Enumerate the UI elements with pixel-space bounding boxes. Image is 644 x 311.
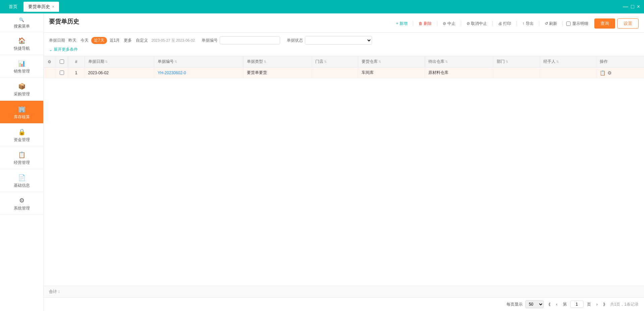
page-number-input[interactable] <box>570 301 584 308</box>
col-doc-no[interactable]: 单据编号⇅ <box>154 56 243 68</box>
row-department <box>493 68 540 78</box>
sidebar-item-label-purchase: 采购管理 <box>14 91 30 97</box>
date-option-more[interactable]: 更多 <box>122 37 133 44</box>
per-page-select[interactable]: 10 20 50 100 <box>525 300 544 308</box>
search-menu-icon: 🔍 <box>19 17 24 22</box>
row-doc-no: YH-20230602-0 <box>154 68 243 78</box>
col-actions: 操作 <box>596 56 644 68</box>
print-button[interactable]: 🖨 打印 <box>496 19 513 28</box>
sidebar-item-basic-info[interactable]: 📄 基础信息 <box>0 169 43 192</box>
cancel-stop-button[interactable]: ⊘ 取消中止 <box>465 19 489 28</box>
row-checkbox[interactable] <box>60 71 64 75</box>
sidebar-item-inventory[interactable]: 🏢 库存核算 <box>0 101 43 124</box>
sidebar-item-sales[interactable]: 📊 销售管理 <box>0 55 43 78</box>
sidebar-item-quick-nav[interactable]: 🏠 快捷导航 <box>0 32 43 55</box>
row-delete-icon[interactable]: ⚙ <box>607 70 612 76</box>
table-header-row: ⚙ # 单据日期⇅ 单据编号⇅ 单据类型⇅ 门店⇅ 要货仓库⇅ 待出仓库⇅ <box>44 56 644 68</box>
select-all-checkbox[interactable] <box>60 59 64 64</box>
tab-active-label: 要货单历史 <box>28 4 50 10</box>
tab-active[interactable]: 要货单历史 × <box>23 2 59 12</box>
date-option-custom[interactable]: 自定义 <box>135 37 149 44</box>
col-pending-warehouse[interactable]: 待出仓库⇅ <box>425 56 493 68</box>
last-page-btn[interactable]: ⟫ <box>601 301 607 307</box>
doc-no-link[interactable]: YH-20230602-0 <box>158 71 186 75</box>
data-table: ⚙ # 单据日期⇅ 单据编号⇅ 单据类型⇅ 门店⇅ 要货仓库⇅ 待出仓库⇅ <box>44 56 644 78</box>
delete-button[interactable]: 🗑 删除 <box>417 19 434 28</box>
prev-page-btn[interactable]: ‹ <box>554 301 559 307</box>
col-settings[interactable]: ⚙ <box>44 56 56 68</box>
divider-6 <box>539 21 539 26</box>
table-container: ⚙ # 单据日期⇅ 单据编号⇅ 单据类型⇅ 门店⇅ 要货仓库⇅ 待出仓库⇅ <box>44 56 644 286</box>
sidebar-item-label-finance: 资金管理 <box>14 137 30 143</box>
row-edit-icon[interactable]: 📋 <box>600 70 605 76</box>
query-button[interactable]: 查询 <box>594 18 615 29</box>
close-window-icon[interactable]: × <box>637 4 640 10</box>
status-label: 单据状态 <box>287 38 303 43</box>
date-option-yesterday[interactable]: 昨天 <box>67 37 78 44</box>
next-page-btn[interactable]: › <box>594 301 600 307</box>
row-req-warehouse: 车间库 <box>358 68 425 78</box>
page-label: 第 <box>561 301 569 308</box>
expand-more-btn[interactable]: ⌄ 展开更多条件 <box>49 47 639 52</box>
doc-no-input[interactable] <box>220 36 280 44</box>
expand-more-label: 展开更多条件 <box>54 47 78 52</box>
col-handler[interactable]: 经手人⇅ <box>540 56 596 68</box>
sidebar-item-search-menu[interactable]: 🔍 搜索菜单 <box>0 13 43 32</box>
date-option-today[interactable]: 今天 <box>79 37 90 44</box>
col-store[interactable]: 门店⇅ <box>312 56 358 68</box>
col-doc-type[interactable]: 单据类型⇅ <box>244 56 312 68</box>
tab-close-icon[interactable]: × <box>52 4 54 9</box>
date-filter-group: 单据日期 昨天 今天 近7天 近1月 更多 自定义 2023-05-27 至 2… <box>49 37 195 44</box>
top-bar: 首页 要货单历史 × — □ × <box>0 0 644 13</box>
date-option-7days[interactable]: 近7天 <box>91 37 107 44</box>
system-icon: ⚙ <box>19 197 24 204</box>
row-checkbox-cell <box>56 68 68 78</box>
quick-nav-icon: 🏠 <box>18 37 25 44</box>
divider-5 <box>517 21 517 26</box>
row-date: 2023-06-02 <box>85 68 154 78</box>
settings-button[interactable]: 设置 <box>617 18 639 29</box>
col-department[interactable]: 部门⇅ <box>493 56 540 68</box>
divider-2 <box>437 21 437 26</box>
date-options: 昨天 今天 近7天 近1月 更多 自定义 <box>67 37 149 44</box>
summary-label: 合计： <box>49 289 61 295</box>
col-date[interactable]: 单据日期⇅ <box>85 56 154 68</box>
col-checkbox <box>56 56 68 68</box>
main-layout: 🔍 搜索菜单 🏠 快捷导航 📊 销售管理 📦 采购管理 🏢 库存核算 🔒 资金管… <box>0 13 644 311</box>
purchase-icon: 📦 <box>18 83 25 90</box>
sidebar-item-label-basic: 基础信息 <box>14 183 30 188</box>
display-detail-toggle[interactable]: 显示明细 <box>566 21 588 27</box>
sidebar: 🔍 搜索菜单 🏠 快捷导航 📊 销售管理 📦 采购管理 🏢 库存核算 🔒 资金管… <box>0 13 44 311</box>
maximize-icon[interactable]: □ <box>631 4 634 10</box>
sidebar-item-label-system: 系统管理 <box>14 206 30 211</box>
col-num: # <box>68 56 85 68</box>
export-button[interactable]: ↑ 导出 <box>520 19 535 28</box>
sidebar-item-finance[interactable]: 🔒 资金管理 <box>0 124 43 146</box>
table-row: 1 2023-06-02 YH-20230602-0 要货单要货 车间库 原材料… <box>44 68 644 78</box>
first-page-btn[interactable]: ⟪ <box>546 301 553 307</box>
row-num: 1 <box>68 68 85 78</box>
expand-more-icon: ⌄ <box>49 47 52 52</box>
page-unit: 页 <box>585 301 593 308</box>
stop-button[interactable]: ⊘ 中止 <box>441 19 457 28</box>
operations-icon: 📋 <box>18 151 25 159</box>
status-select[interactable] <box>305 36 372 45</box>
doc-no-filter-group: 单据编号 <box>202 36 280 44</box>
sidebar-item-purchase[interactable]: 📦 采购管理 <box>0 78 43 101</box>
content-area: 要货单历史 + 新增 🗑 删除 ⊘ 中止 ⊘ 取消中止 🖨 打印 ↑ 导出 ↺ … <box>44 13 644 311</box>
doc-no-label: 单据编号 <box>202 38 218 43</box>
row-actions: 📋 ⚙ <box>596 68 644 78</box>
new-button[interactable]: + 新增 <box>394 19 410 28</box>
col-req-warehouse[interactable]: 要货仓库⇅ <box>358 56 425 68</box>
refresh-button[interactable]: ↺ 刷新 <box>543 19 559 28</box>
pagination-bar: 每页显示 10 20 50 100 ⟪ ‹ 第 页 › ⟫ 共1页，1条记录 <box>44 297 644 311</box>
tab-home[interactable]: 首页 <box>4 2 22 12</box>
tab-home-label: 首页 <box>9 4 17 10</box>
sidebar-item-label-operations: 经营管理 <box>14 160 30 166</box>
sidebar-item-operations[interactable]: 📋 经营管理 <box>0 146 43 169</box>
date-option-1month[interactable]: 近1月 <box>108 37 121 44</box>
display-detail-checkbox[interactable] <box>566 21 571 26</box>
sidebar-item-label-inventory: 库存核算 <box>14 114 30 120</box>
sidebar-item-system[interactable]: ⚙ 系统管理 <box>0 192 43 215</box>
minimize-icon[interactable]: — <box>623 4 628 10</box>
